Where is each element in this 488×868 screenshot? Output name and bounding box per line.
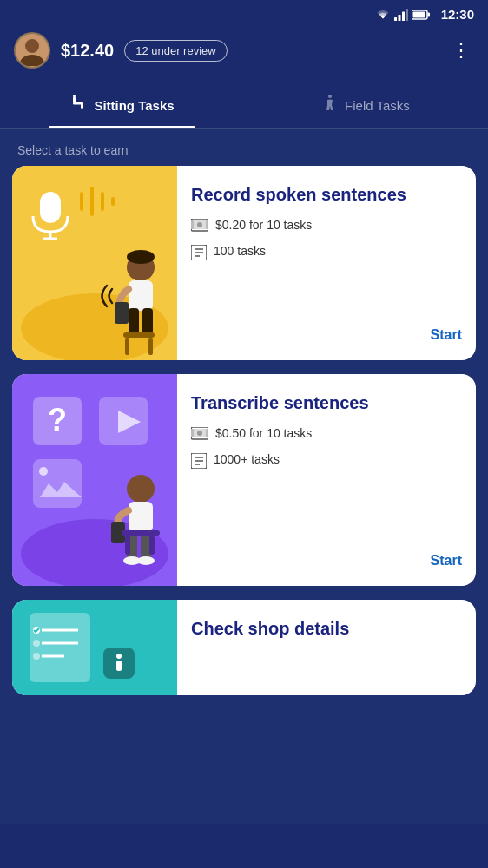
svg-rect-15 bbox=[40, 192, 61, 223]
svg-point-33 bbox=[197, 222, 202, 227]
record-earning: $0.20 for 10 tasks bbox=[191, 218, 462, 237]
svg-rect-45 bbox=[33, 459, 82, 508]
svg-point-47 bbox=[127, 475, 155, 503]
transcribe-earning-text: $0.50 for 10 tasks bbox=[215, 426, 312, 440]
tab-field-tasks[interactable]: Field Tasks bbox=[244, 82, 488, 128]
more-menu-button[interactable]: ⋮ bbox=[448, 36, 474, 65]
list-icon-2 bbox=[191, 453, 207, 473]
section-label: Select a task to earn bbox=[0, 129, 488, 166]
header: $12.40 12 under review ⋮ bbox=[0, 25, 488, 82]
svg-rect-34 bbox=[191, 220, 194, 229]
task-card-transcribe: ? bbox=[12, 374, 476, 586]
svg-rect-5 bbox=[412, 11, 425, 17]
svg-rect-24 bbox=[129, 280, 153, 311]
record-title: Record spoken sentences bbox=[191, 183, 462, 206]
battery-icon bbox=[412, 10, 431, 20]
transcribe-card-content: Transcribe sentences $0.50 for 10 tasks bbox=[177, 374, 476, 586]
money-icon-1 bbox=[191, 219, 208, 237]
svg-point-72 bbox=[33, 653, 40, 660]
tab-sitting-tasks[interactable]: Sitting Tasks bbox=[0, 82, 244, 128]
status-time: 12:30 bbox=[441, 7, 474, 22]
svg-rect-30 bbox=[148, 338, 153, 355]
wifi-icon bbox=[375, 9, 391, 21]
money-icon-2 bbox=[191, 427, 208, 445]
task-card-record: Record spoken sentences $0.20 for 10 tas… bbox=[12, 166, 476, 360]
checkshop-title: Check shop details bbox=[191, 617, 462, 640]
svg-point-74 bbox=[116, 654, 122, 659]
svg-point-12 bbox=[73, 95, 76, 97]
svg-point-59 bbox=[197, 431, 202, 436]
svg-rect-0 bbox=[394, 17, 397, 21]
transcribe-illustration: ? bbox=[12, 374, 177, 586]
sitting-tasks-label: Sitting Tasks bbox=[94, 98, 174, 113]
svg-rect-29 bbox=[125, 338, 129, 355]
record-illustration bbox=[12, 166, 177, 360]
record-availability: 100 tasks bbox=[191, 244, 462, 265]
svg-rect-25 bbox=[115, 302, 129, 324]
transcribe-start-button[interactable]: Start bbox=[431, 549, 462, 572]
status-bar: 12:30 bbox=[0, 0, 488, 25]
svg-point-8 bbox=[20, 55, 44, 66]
transcribe-title: Transcribe sentences bbox=[191, 391, 462, 414]
svg-point-7 bbox=[25, 39, 39, 53]
record-tasks-text: 100 tasks bbox=[214, 244, 266, 258]
svg-text:?: ? bbox=[48, 402, 67, 437]
svg-rect-2 bbox=[402, 11, 405, 21]
list-icon-1 bbox=[191, 245, 207, 265]
transcribe-card-action: Start bbox=[191, 549, 462, 572]
svg-rect-11 bbox=[81, 102, 83, 108]
task-card-checkshop: Check shop details bbox=[12, 600, 476, 695]
svg-point-46 bbox=[39, 467, 48, 476]
svg-rect-26 bbox=[129, 308, 139, 334]
svg-rect-48 bbox=[129, 502, 153, 532]
svg-rect-1 bbox=[398, 15, 400, 21]
svg-point-23 bbox=[127, 250, 155, 264]
transcribe-availability: 1000+ tasks bbox=[191, 452, 462, 473]
svg-rect-9 bbox=[73, 96, 76, 103]
transcribe-tasks-text: 1000+ tasks bbox=[214, 452, 280, 466]
record-earning-text: $0.20 for 10 tasks bbox=[215, 218, 312, 232]
record-card-action: Start bbox=[191, 324, 462, 346]
balance-amount: $12.40 bbox=[61, 41, 114, 61]
field-tasks-label: Field Tasks bbox=[345, 98, 410, 113]
review-badge[interactable]: 12 under review bbox=[124, 40, 228, 62]
walking-icon bbox=[322, 95, 338, 116]
svg-rect-3 bbox=[406, 9, 408, 21]
checkshop-illustration bbox=[12, 600, 177, 695]
svg-rect-55 bbox=[125, 536, 130, 555]
record-start-button[interactable]: Start bbox=[431, 324, 462, 346]
svg-point-70 bbox=[33, 640, 40, 647]
svg-rect-75 bbox=[116, 661, 122, 671]
tabs-container: Sitting Tasks Field Tasks bbox=[0, 82, 488, 129]
svg-rect-35 bbox=[206, 220, 208, 229]
svg-rect-56 bbox=[149, 536, 155, 555]
svg-point-53 bbox=[137, 556, 155, 565]
svg-rect-54 bbox=[122, 530, 160, 536]
svg-rect-27 bbox=[142, 308, 153, 334]
svg-rect-66 bbox=[30, 613, 90, 682]
sitting-icon bbox=[69, 95, 87, 116]
transcribe-earning: $0.50 for 10 tasks bbox=[191, 426, 462, 445]
svg-rect-60 bbox=[191, 429, 194, 437]
svg-rect-61 bbox=[206, 429, 208, 437]
svg-rect-28 bbox=[123, 332, 155, 338]
svg-point-13 bbox=[328, 95, 332, 98]
svg-rect-6 bbox=[427, 12, 430, 16]
checkshop-card-content: Check shop details bbox=[177, 600, 476, 695]
status-icons bbox=[375, 9, 431, 21]
avatar bbox=[14, 32, 50, 69]
cards-container: Record spoken sentences $0.20 for 10 tas… bbox=[0, 166, 488, 695]
main-content: Select a task to earn bbox=[0, 129, 488, 824]
record-card-content: Record spoken sentences $0.20 for 10 tas… bbox=[177, 166, 476, 360]
signal-icon bbox=[394, 9, 408, 21]
